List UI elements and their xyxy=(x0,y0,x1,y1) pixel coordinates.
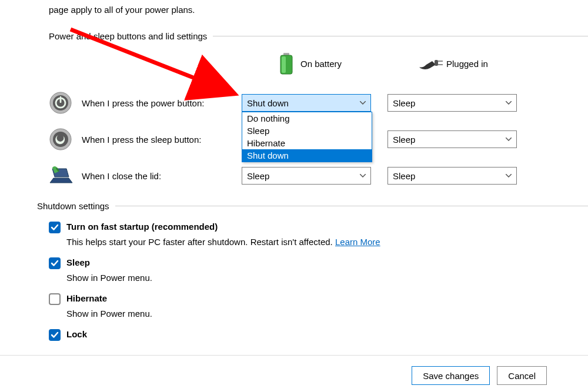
sleep-button-icon xyxy=(49,128,82,151)
dropdown-list: Do nothing Sleep Hibernate Shut down xyxy=(242,112,372,162)
select-value: Shut down xyxy=(247,98,289,108)
dropdown-item-shut-down[interactable]: Shut down xyxy=(242,149,372,162)
column-on-battery: On battery xyxy=(272,52,418,75)
select-value: Sleep xyxy=(393,135,415,145)
section-shutdown-header: Shutdown settings xyxy=(37,201,588,211)
chevron-down-icon xyxy=(506,136,512,142)
column-label: Plugged in xyxy=(446,59,488,69)
section-title: Shutdown settings xyxy=(37,201,109,211)
cancel-button[interactable]: Cancel xyxy=(497,366,547,385)
column-plugged-in: Plugged in xyxy=(418,55,564,72)
intro-text: page apply to all of your power plans. xyxy=(49,5,588,15)
checkbox-label: Lock xyxy=(66,329,87,339)
select-power-battery[interactable]: Shut down Do nothing Sleep Hibernate Shu… xyxy=(242,94,371,112)
select-power-plugged[interactable]: Sleep xyxy=(387,94,517,112)
learn-more-link[interactable]: Learn More xyxy=(335,237,380,247)
select-lid-plugged[interactable]: Sleep xyxy=(387,167,517,185)
row-power-button: When I press the power button: Shut down… xyxy=(49,92,588,114)
svg-point-13 xyxy=(53,132,68,147)
dropdown-item-hibernate[interactable]: Hibernate xyxy=(242,137,372,149)
dropdown-item-sleep[interactable]: Sleep xyxy=(242,125,372,137)
row-label: When I close the lid: xyxy=(82,171,242,181)
section-power-buttons-header: Power and sleep buttons and lid settings xyxy=(49,31,588,41)
checkbox-label: Sleep xyxy=(66,257,90,267)
column-label: On battery xyxy=(300,59,342,69)
laptop-lid-icon xyxy=(49,165,82,186)
svg-rect-3 xyxy=(435,60,438,66)
chevron-down-icon xyxy=(360,173,366,179)
select-lid-battery[interactable]: Sleep xyxy=(242,167,371,185)
svg-rect-2 xyxy=(282,56,286,73)
footer-divider xyxy=(0,355,588,356)
divider xyxy=(213,36,588,36)
dropdown-item-do-nothing[interactable]: Do nothing xyxy=(242,112,372,125)
checkbox-sleep[interactable] xyxy=(49,257,61,269)
checkbox-label: Hibernate xyxy=(66,293,107,303)
checkbox-lock[interactable] xyxy=(49,329,61,341)
select-value: Sleep xyxy=(393,171,415,181)
save-button[interactable]: Save changes xyxy=(412,366,490,385)
checkbox-desc: Show in Power menu. xyxy=(66,309,588,319)
select-value: Sleep xyxy=(247,171,269,181)
checkbox-desc: This helps start your PC faster after sh… xyxy=(66,237,588,247)
checkbox-desc: Show in Power menu. xyxy=(66,273,588,283)
plug-icon xyxy=(418,55,446,72)
chevron-down-icon xyxy=(360,100,366,106)
checkbox-hibernate[interactable] xyxy=(49,293,61,305)
divider xyxy=(115,206,588,206)
checkbox-fast-startup[interactable] xyxy=(49,222,61,233)
battery-icon xyxy=(272,52,300,75)
select-value: Sleep xyxy=(393,98,415,108)
row-close-lid: When I close the lid: Sleep Sleep xyxy=(49,165,588,187)
section-title: Power and sleep buttons and lid settings xyxy=(49,31,207,41)
chevron-down-icon xyxy=(506,100,512,106)
power-button-icon xyxy=(49,91,82,115)
chevron-down-icon xyxy=(506,173,512,179)
select-sleep-plugged[interactable]: Sleep xyxy=(387,130,517,148)
svg-rect-0 xyxy=(283,53,289,55)
row-label: When I press the sleep button: xyxy=(82,135,242,145)
row-label: When I press the power button: xyxy=(82,98,242,108)
checkbox-label: Turn on fast startup (recommended) xyxy=(66,222,218,232)
